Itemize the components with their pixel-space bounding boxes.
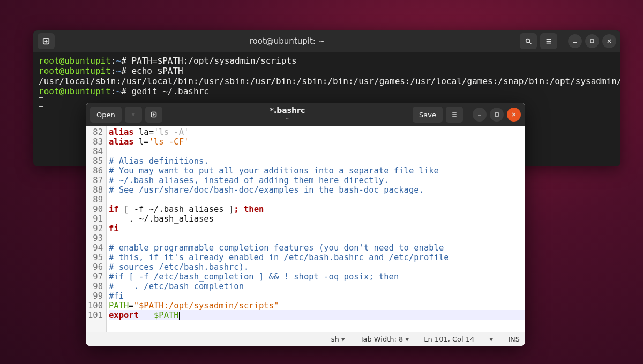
gedit-filename: *.bashrc	[166, 107, 409, 114]
status-language[interactable]: sh▼	[331, 335, 345, 343]
new-document-button[interactable]	[145, 107, 162, 123]
gedit-close-button[interactable]	[507, 108, 521, 122]
terminal-titlebar: root@ubuntupit: ~	[33, 30, 620, 52]
terminal-title: root@ubuntupit: ~	[58, 36, 517, 46]
svg-rect-19	[495, 113, 498, 116]
svg-point-3	[526, 39, 530, 43]
hamburger-menu-button[interactable]	[540, 33, 557, 49]
gedit-title: *.bashrc ~	[166, 107, 409, 123]
gedit-statusbar: sh▼ Tab Width: 8▼ Ln 101, Col 14 ▼ INS	[86, 332, 525, 346]
gedit-window: Open ▼ *.bashrc ~ Save 82838485868788899…	[86, 103, 525, 346]
code-area[interactable]: alias la='ls -A'alias l='ls -CF' # Alias…	[107, 126, 525, 332]
gedit-editor[interactable]: 8283848586878889909192939495969798991001…	[86, 126, 525, 332]
line-number-gutter: 8283848586878889909192939495969798991001…	[86, 126, 107, 332]
terminal-body[interactable]: root@ubuntupit:~# PATH=$PATH:/opt/sysadm…	[33, 52, 620, 110]
close-button[interactable]	[602, 34, 616, 48]
save-button[interactable]: Save	[413, 107, 443, 123]
open-button[interactable]: Open	[90, 107, 122, 123]
new-tab-button[interactable]	[38, 33, 55, 49]
status-mode-text: INS	[508, 335, 520, 343]
status-insert-mode[interactable]: ▼	[489, 337, 493, 342]
open-recent-dropdown[interactable]: ▼	[125, 107, 142, 123]
gedit-minimize-button[interactable]	[473, 108, 487, 122]
svg-rect-9	[590, 40, 594, 43]
status-cursor-pos: Ln 101, Col 14	[424, 335, 474, 343]
gedit-maximize-button[interactable]	[490, 108, 504, 122]
gedit-subtitle: ~	[285, 116, 289, 122]
maximize-button[interactable]	[585, 34, 599, 48]
svg-line-4	[529, 42, 532, 44]
status-tabwidth[interactable]: Tab Width: 8▼	[360, 335, 409, 343]
gedit-menu-button[interactable]	[446, 107, 463, 123]
minimize-button[interactable]	[568, 34, 582, 48]
gedit-headerbar: Open ▼ *.bashrc ~ Save	[86, 103, 525, 126]
search-button[interactable]	[520, 33, 537, 49]
